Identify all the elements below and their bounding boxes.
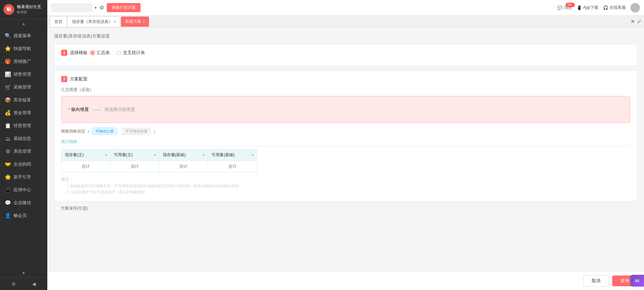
collapse-btn[interactable]: ◀: [32, 281, 36, 287]
content-area: 现存量(库存状况表)方案设置 1 选择模板 汇总表: [47, 28, 644, 271]
radio-summary-dot: [92, 52, 94, 54]
section2-title: 方案配置: [70, 76, 88, 82]
save-option: 方案保存(可选): [54, 206, 637, 211]
tab-inventory[interactable]: 现存量（库存状况表） ×: [68, 17, 120, 27]
member-icon: 👤: [5, 213, 11, 219]
col-0[interactable]: 现存量(主) ▾: [61, 149, 110, 161]
topbar-right: 💬 消息 99+ 📱 App下载 🎧 在线客服: [558, 3, 640, 13]
basic-icon: 🗂: [5, 136, 11, 142]
sidebar-item-member[interactable]: 👤 畅会员: [0, 209, 47, 222]
col-0-chevron: ▾: [105, 153, 107, 157]
section1-header: 1 选择模板 汇总表 交叉统计表: [61, 50, 630, 56]
sidebar-item-basic[interactable]: 🗂 基础信息: [0, 132, 47, 145]
sidebar-item-search[interactable]: 🔍 搜索菜单: [0, 29, 47, 42]
sidebar-item-purchase[interactable]: 🛒 采购管理: [0, 81, 47, 94]
tab-inventory-close[interactable]: ×: [114, 20, 116, 24]
stats-title: 统计指标: [61, 139, 630, 146]
expand-tab-btn[interactable]: ⤢: [637, 18, 641, 25]
sidebar-item-system[interactable]: ⚙ 系统管理: [0, 145, 47, 158]
tab-new-plan-label: 新建方案: [125, 19, 141, 24]
col-3-chevron: ▾: [252, 153, 253, 157]
user-avatar[interactable]: [630, 3, 640, 13]
scroll-down-btn[interactable]: ▼: [21, 270, 26, 276]
tab-inventory-label: 现存量（库存状况表）: [72, 19, 113, 25]
radio-cross[interactable]: 交叉统计表: [117, 50, 145, 56]
download-icon: 📱: [577, 5, 582, 10]
sidebar-item-label: 经营管理: [14, 123, 31, 129]
topbar-gear-btn[interactable]: ⚙: [99, 4, 104, 11]
sidebar-item-label: 畅会员: [14, 213, 27, 219]
cancel-button[interactable]: 取消: [583, 275, 609, 287]
trial-btn[interactable]: 体验行业方案: [107, 3, 141, 12]
dimension-separator: ——: [92, 107, 101, 112]
tab-new-plan-close[interactable]: ×: [143, 20, 145, 24]
tab-new-plan[interactable]: 新建方案 ×: [121, 17, 149, 27]
sidebar-item-inventory[interactable]: 📦 库存核算: [0, 94, 47, 106]
message-icon: 💬: [558, 5, 563, 10]
system-icon: ⚙: [5, 148, 11, 154]
shortcut-icon: ⭐: [5, 46, 11, 52]
service-icon: 🎧: [603, 5, 608, 10]
section2-num: 2: [61, 76, 67, 82]
sidebar-nav: 🔍 搜索菜单 ⭐ 快捷导航 🎁 营销推广 📊 销售管理 🛒 采购管理 📦 库存核…: [0, 28, 47, 269]
search-icon: 🔍: [5, 33, 11, 39]
sidebar-item-label: 库存核算: [14, 97, 31, 103]
section1-title: 选择模板: [70, 50, 88, 56]
message-btn[interactable]: 💬 消息 99+: [558, 5, 572, 10]
section-plan-config: 2 方案配置 汇总维度（必选） * 纵向维度 —— 请选择分组维度 模板指标设定…: [54, 70, 637, 201]
sidebar-item-label: 企业微信: [14, 200, 31, 206]
stats-table-header: 现存量(主) ▾ 可用量(主) ▾ 现存量(基辅) ▾ 可用量(基辅): [61, 149, 257, 161]
close-tab-btn[interactable]: ✕: [630, 18, 635, 25]
cell-3: 合计: [208, 161, 257, 172]
tips-area: 提示： 1.拖动标题栏可以调整布局，不可跨维度或指标区域拖动栏目字段(只能在同一…: [61, 176, 630, 195]
indicator-close: ）: [153, 128, 157, 134]
tab-home[interactable]: 首页: [50, 17, 67, 27]
sidebar-item-marketing[interactable]: 🎁 营销推广: [0, 55, 47, 68]
col-2[interactable]: 现存量(基辅) ▾: [159, 149, 208, 161]
save-label: 方案保存(可选): [61, 206, 88, 211]
scroll-up-btn[interactable]: ▲: [21, 21, 26, 27]
app-download-btn[interactable]: 📱 App下载: [577, 5, 598, 10]
tabs-right-actions: ✕ ⤢: [630, 18, 641, 25]
sidebar-item-sales[interactable]: 📊 销售管理: [0, 68, 47, 81]
col-2-label: 现存量(基辅): [163, 152, 186, 158]
sidebar-scroll-down: ▼: [0, 269, 47, 277]
sidebar-item-finance[interactable]: 💰 资金管理: [0, 106, 47, 119]
tabs-bar: 首页 现存量（库存状况表） × 新建方案 × ✕ ⤢: [47, 16, 644, 28]
dimension-area[interactable]: * 纵向维度 —— 请选择分组维度: [61, 96, 630, 123]
topbar-left: ▾ ⚙ 体验行业方案: [51, 3, 554, 12]
app-logo-icon: 畅: [3, 4, 14, 15]
radio-summary[interactable]: 汇总表: [90, 50, 110, 56]
sidebar-item-label: 新手引导: [14, 174, 31, 180]
inventory-icon: 📦: [5, 97, 11, 103]
save-checkbox[interactable]: [54, 206, 59, 211]
topbar-dropdown-btn[interactable]: ▾: [95, 5, 97, 10]
sidebar-item-label: 快捷导航: [14, 46, 31, 52]
sidebar-item-cooperation[interactable]: 🤝 企业协同: [0, 158, 47, 171]
indicator-not-draggable-badge: 不可拖动位置: [122, 128, 151, 135]
main-area: ▾ ⚙ 体验行业方案 💬 消息 99+ 📱 App下载 🎧 在线客服 首页: [47, 0, 644, 290]
sidebar-item-weixin[interactable]: 💬 企业微信: [0, 196, 47, 209]
topbar-search-input[interactable]: [51, 4, 92, 12]
sidebar-item-management[interactable]: 📋 经营管理: [0, 119, 47, 132]
col-3[interactable]: 可用量(基辅) ▾: [208, 149, 257, 161]
sidebar-item-label: 系统管理: [14, 148, 31, 154]
stats-table-row: 合计 合计 合计 合计: [61, 161, 257, 172]
marketing-icon: 🎁: [5, 58, 11, 65]
settings-btn[interactable]: ⚙: [11, 281, 16, 287]
sidebar-item-shortcut[interactable]: ⭐ 快捷导航: [0, 42, 47, 55]
sidebar-item-newguide[interactable]: 🌟 新手引导: [0, 171, 47, 184]
online-service-btn[interactable]: 🎧 在线客服: [603, 5, 626, 10]
sidebar-item-appstore[interactable]: 📱 应用中心: [0, 184, 47, 196]
stats-table: 现存量(主) ▾ 可用量(主) ▾ 现存量(基辅) ▾ 可用量(基辅): [61, 149, 257, 172]
purchase-icon: 🛒: [5, 84, 11, 90]
app-name: 畅康通好生意: [17, 4, 41, 10]
tips-item-1: 2. 点击标题栏下拉可设置排序、插入列和删除列: [61, 190, 630, 195]
ai-float-button[interactable]: Ai: [630, 275, 644, 287]
cell-1: 合计: [110, 161, 159, 172]
section1-num: 1: [61, 50, 67, 56]
col-1[interactable]: 可用量(主) ▾: [110, 149, 159, 161]
col-3-label: 可用量(基辅): [212, 152, 234, 158]
app-download-label: App下载: [583, 5, 598, 10]
cooperation-icon: 🤝: [5, 161, 11, 167]
